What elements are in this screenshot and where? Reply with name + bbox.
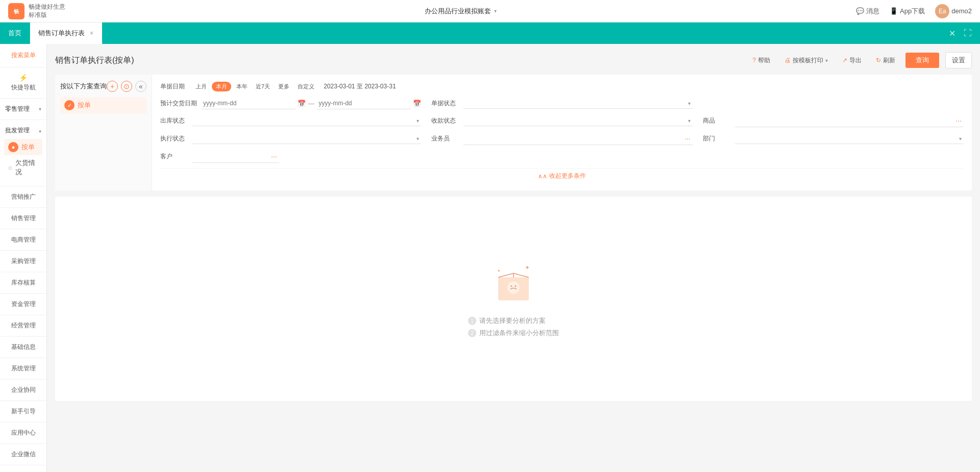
sidebar-marketing[interactable]: 营销推广 [0, 188, 46, 205]
sidebar-basic-info[interactable]: 基础信息 [0, 339, 46, 356]
date-btn-近7天[interactable]: 近7天 [253, 82, 273, 91]
filter-section-row: 按以下方案查询 + ⊙ « [55, 75, 972, 191]
user-profile[interactable]: Ea demo2 [935, 4, 972, 18]
svg-text:✦: ✦ [497, 269, 501, 273]
sidebar-finance[interactable]: 资金管理 [0, 296, 46, 313]
logo-text: 畅捷做好生意 标准版 [29, 3, 65, 19]
expected-date-to-input[interactable] [316, 98, 411, 109]
export-label: 导出 [849, 56, 862, 65]
sidebar-system[interactable]: 系统管理 [0, 360, 46, 377]
exec-status-select[interactable]: ▾ [192, 134, 421, 144]
date-label: 单据日期 [160, 82, 188, 91]
help-button[interactable]: ? 帮助 [748, 54, 774, 67]
sidebar-member[interactable]: 畅会员 [0, 467, 46, 472]
template-print-label: 按模板打印 [793, 56, 823, 65]
payment-status-select[interactable]: ▾ [463, 116, 692, 126]
sidebar-sales-mgmt[interactable]: 销售管理 [0, 210, 46, 227]
customer-label: 客户 [160, 152, 188, 161]
delivery-status-select[interactable]: ▾ [192, 116, 421, 126]
system-title-text: 办公用品行业模拟账套 [425, 7, 491, 16]
filter-delivery-status: 出库状态 ▾ [160, 114, 421, 127]
copy-scheme-button[interactable]: ⊙ [121, 81, 132, 92]
export-button[interactable]: ↗ 导出 [838, 54, 866, 67]
sidebar-operations[interactable]: 经营管理 [0, 317, 46, 334]
collapse-icon: ∧∧ [538, 173, 547, 180]
customer-input[interactable] [194, 153, 271, 160]
system-title[interactable]: 办公用品行业模拟账套 ▾ [425, 7, 497, 16]
sidebar-app-center[interactable]: 应用中心 [0, 424, 46, 441]
doc-status-select[interactable]: ▾ [463, 99, 692, 109]
sidebar-item-inventory: 库存核算 [0, 272, 46, 294]
expected-date-from-input[interactable] [201, 98, 296, 109]
tab-sales-order[interactable]: 销售订单执行表 × [30, 22, 102, 44]
collapse-more-button[interactable]: ∧∧ 收起更多条件 [160, 168, 964, 183]
dept-select[interactable]: ▾ [735, 134, 964, 144]
refresh-button[interactable]: ↻ 刷新 [872, 54, 899, 67]
app-download-button[interactable]: 📱 App下载 [890, 7, 925, 16]
date-to-icon[interactable]: 📅 [413, 100, 421, 107]
date-btn-本月[interactable]: 本月 [212, 82, 231, 91]
sidebar-wholesale-mgmt[interactable]: 批发管理 ▴ [0, 122, 46, 139]
query-button[interactable]: 查询 [905, 53, 939, 68]
filter-row-3: 执行状态 ▾ 业务员 ··· [160, 132, 964, 145]
date-btn-上月[interactable]: 上月 [192, 82, 210, 91]
sidebar-item-operations: 经营管理 [0, 315, 46, 337]
payment-label: 收款状态 [431, 116, 459, 125]
sidebar-sub-欠货情况[interactable]: ○ 欠货情况 [4, 155, 42, 180]
print-icon: 🖨 [785, 57, 791, 64]
tab-sales-order-label: 销售订单执行表 [38, 29, 85, 38]
filter-exec-status: 执行状态 ▾ [160, 132, 421, 145]
quick-nav-icon: ⚡ [19, 74, 28, 82]
collapse-left-button[interactable]: « [135, 81, 146, 92]
date-btn-更多[interactable]: 更多 [275, 82, 292, 91]
date-btn-自定义[interactable]: 自定义 [295, 82, 317, 91]
window-maximize-icon[interactable]: ⛶ [962, 27, 974, 40]
date-from-icon[interactable]: 📅 [298, 100, 306, 107]
sidebar-corp-collab[interactable]: 企业协同 [0, 382, 46, 398]
delivery-label: 出库状态 [160, 116, 188, 125]
tab-actions: ✕ ⛶ [941, 22, 980, 44]
sidebar-item-corp-wechat: 企业微信 [0, 444, 46, 465]
expected-date-range: 📅 — 📅 [201, 98, 421, 109]
message-button[interactable]: 💬 消息 [856, 7, 879, 16]
sidebar-onboarding[interactable]: 新手引导 [0, 403, 46, 420]
scheme-item-按单[interactable]: ✓ 按单 [60, 97, 146, 113]
sidebar-nav-quick-nav[interactable]: ⚡ 快捷导航 [0, 69, 46, 96]
goods-input[interactable] [737, 117, 956, 124]
exec-arrow-icon: ▾ [416, 136, 419, 141]
export-icon: ↗ [842, 57, 847, 64]
date-btn-本年[interactable]: 本年 [233, 82, 251, 91]
salesperson-dots-icon[interactable]: ··· [684, 134, 691, 143]
sidebar-inventory[interactable]: 库存核算 [0, 274, 46, 291]
goods-dots-icon[interactable]: ··· [955, 116, 962, 125]
filter-left-panel: 按以下方案查询 + ⊙ « [55, 75, 152, 191]
tab-close-icon[interactable]: × [90, 30, 93, 37]
sidebar-retail-mgmt[interactable]: 零售管理 ▾ [0, 101, 46, 117]
filter-left-actions: + ⊙ « [107, 81, 146, 92]
tab-home[interactable]: 首页 [0, 22, 30, 44]
empty-step-1: 1 请先选择要分析的方案 [468, 316, 559, 325]
window-close-icon[interactable]: ✕ [947, 27, 958, 40]
page-title: 销售订单执行表(按单) [55, 55, 134, 66]
copy-icon: ⊙ [124, 82, 130, 90]
add-icon: + [110, 82, 114, 90]
sidebar-sub-按单[interactable]: ● 按单 [4, 139, 42, 155]
add-scheme-button[interactable]: + [107, 81, 118, 92]
sidebar-ecommerce[interactable]: 电商管理 [0, 231, 46, 248]
main-layout: 搜索菜单 ⚡ 快捷导航 零售管理 ▾ 批发管理 ▴ ● 按单 [0, 44, 980, 472]
svg-text:畅: 畅 [14, 9, 19, 14]
settings-button[interactable]: 设置 [945, 52, 972, 68]
filter-dept: 部门 ▾ [703, 132, 964, 145]
doc-status-label: 单据状态 [431, 99, 459, 108]
page-header: 销售订单执行表(按单) ? 帮助 🖨 按模板打印 ▾ ↗ 导出 [55, 52, 972, 68]
sidebar-item-app-center: 应用中心 [0, 422, 46, 444]
system-title-arrow-icon: ▾ [494, 8, 497, 14]
template-print-button[interactable]: 🖨 按模板打印 ▾ [780, 54, 832, 67]
search-menu-button[interactable]: 搜索菜单 [3, 48, 43, 63]
sidebar-corp-wechat[interactable]: 企业微信 [0, 446, 46, 463]
salesperson-input[interactable] [465, 135, 684, 142]
sidebar-purchase[interactable]: 采购管理 [0, 253, 46, 270]
customer-dots-icon[interactable]: ··· [271, 152, 277, 160]
date-separator: — [308, 100, 314, 107]
sidebar: 搜索菜单 ⚡ 快捷导航 零售管理 ▾ 批发管理 ▴ ● 按单 [0, 44, 47, 472]
